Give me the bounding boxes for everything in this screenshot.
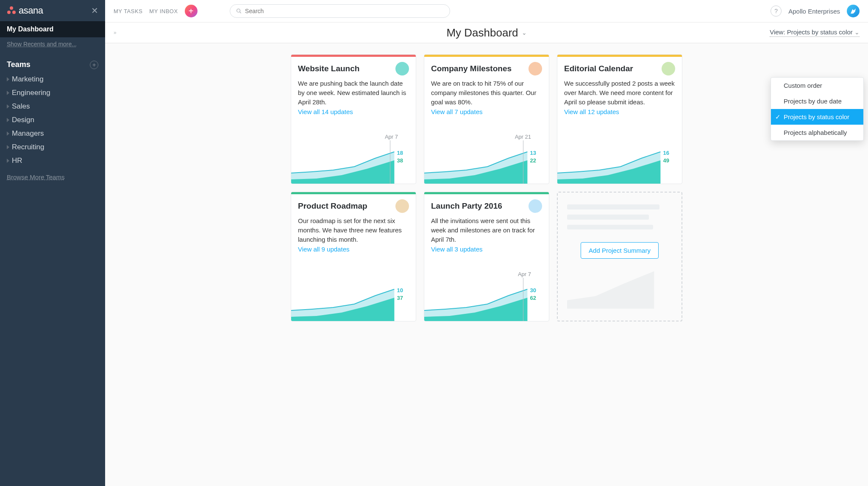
owner-avatar[interactable] bbox=[395, 62, 409, 75]
cards-grid: Website LaunchWe are pushing back the la… bbox=[120, 54, 853, 321]
chevron-down-icon: ⌄ bbox=[522, 29, 527, 36]
owner-avatar[interactable] bbox=[395, 199, 409, 213]
page-title-text: My Dashboard bbox=[446, 26, 518, 39]
view-updates-link[interactable]: View all 3 updates bbox=[424, 244, 549, 253]
sidebar-item-dashboard[interactable]: My Dashboard bbox=[0, 21, 105, 37]
view-updates-link[interactable]: View all 12 updates bbox=[557, 106, 682, 115]
sidebar-team-item[interactable]: Engineering bbox=[0, 86, 105, 100]
triangle-icon bbox=[7, 77, 9, 81]
card-chart: Apr 71838 bbox=[291, 133, 416, 184]
view-selector-label: View: Projects by status color bbox=[770, 28, 853, 36]
teams-list: MarketingEngineeringSalesDesignManagersR… bbox=[0, 73, 105, 168]
browse-teams-link[interactable]: Browse More Teams bbox=[0, 168, 105, 187]
card-header: Launch Party 2016 bbox=[424, 194, 549, 216]
sidebar-team-item[interactable]: Design bbox=[0, 113, 105, 127]
dropdown-item[interactable]: Projects by status color bbox=[771, 109, 863, 125]
sidebar-team-item[interactable]: Sales bbox=[0, 100, 105, 113]
teams-heading: Teams + bbox=[0, 54, 105, 73]
card-header: Company Milestones bbox=[424, 57, 549, 79]
team-label: HR bbox=[12, 156, 22, 165]
placeholder-line bbox=[567, 204, 659, 209]
card-description: Our roadmap is set for the next six mont… bbox=[291, 216, 416, 244]
card-chart: Apr 211322 bbox=[424, 133, 549, 184]
card-title: Launch Party 2016 bbox=[431, 201, 502, 211]
page-title[interactable]: My Dashboard ⌄ bbox=[446, 26, 526, 39]
chart-marker-line bbox=[390, 140, 390, 184]
chart-value-top: 10 bbox=[397, 287, 403, 293]
show-recents-link[interactable]: Show Recents and more... bbox=[0, 37, 105, 54]
card-chart: 1649 bbox=[557, 133, 682, 184]
card-description: We successfully posted 2 posts a week ov… bbox=[557, 79, 682, 106]
chart-value-top: 30 bbox=[530, 287, 536, 293]
project-card[interactable]: Website LaunchWe are pushing back the la… bbox=[291, 54, 416, 184]
sidebar-team-item[interactable]: Recruiting bbox=[0, 140, 105, 154]
project-card[interactable]: Product RoadmapOur roadmap is set for th… bbox=[291, 192, 416, 321]
sidebar: asana ✕ My Dashboard Show Recents and mo… bbox=[0, 0, 105, 486]
triangle-icon bbox=[7, 131, 9, 136]
add-project-button[interactable]: Add Project Summary bbox=[581, 242, 659, 259]
project-card[interactable]: Editorial CalendarWe successfully posted… bbox=[557, 54, 682, 184]
owner-avatar[interactable] bbox=[529, 62, 542, 75]
project-card[interactable]: Launch Party 2016All the invitations wer… bbox=[424, 192, 549, 321]
chart-marker-line bbox=[523, 278, 523, 321]
svg-point-1 bbox=[7, 11, 11, 14]
chart-value-bot: 49 bbox=[663, 157, 669, 164]
card-header: Editorial Calendar bbox=[557, 57, 682, 79]
dropdown-item[interactable]: Custom order bbox=[771, 78, 863, 93]
team-label: Recruiting bbox=[12, 143, 45, 151]
sidebar-team-item[interactable]: HR bbox=[0, 154, 105, 168]
sidebar-team-item[interactable]: Marketing bbox=[0, 73, 105, 86]
chart-value-bot: 22 bbox=[530, 157, 536, 164]
view-updates-link[interactable]: View all 14 updates bbox=[291, 106, 416, 115]
sidebar-header: asana ✕ bbox=[0, 0, 105, 21]
chart-value-bot: 62 bbox=[530, 295, 536, 301]
chevron-down-icon: ⌄ bbox=[854, 29, 860, 36]
card-header: Website Launch bbox=[291, 57, 416, 79]
expand-icon[interactable]: » bbox=[114, 30, 117, 36]
chart-date-label: Apr 21 bbox=[515, 134, 531, 140]
owner-avatar[interactable] bbox=[662, 62, 675, 75]
add-project-placeholder: Add Project Summary bbox=[557, 192, 682, 321]
card-description: All the invitations were sent out this w… bbox=[424, 216, 549, 244]
view-selector[interactable]: View: Projects by status color ⌄ bbox=[770, 28, 860, 37]
placeholder-line bbox=[567, 225, 653, 230]
user-avatar[interactable] bbox=[847, 5, 860, 17]
chart-marker-line bbox=[523, 140, 523, 184]
nav-my-inbox[interactable]: MY INBOX bbox=[149, 8, 178, 14]
chart-value-top: 16 bbox=[663, 150, 669, 156]
triangle-icon bbox=[7, 104, 9, 109]
chart-value-top: 18 bbox=[397, 150, 403, 156]
team-label: Engineering bbox=[12, 89, 50, 97]
nav-my-tasks[interactable]: MY TASKS bbox=[114, 8, 142, 14]
view-updates-link[interactable]: View all 7 updates bbox=[424, 106, 549, 115]
card-chart: 1037 bbox=[291, 270, 416, 321]
view-updates-link[interactable]: View all 9 updates bbox=[291, 244, 416, 253]
search-input[interactable] bbox=[245, 8, 444, 14]
card-title: Editorial Calendar bbox=[564, 64, 633, 73]
add-team-button[interactable]: + bbox=[90, 61, 98, 69]
title-row: » My Dashboard ⌄ View: Projects by statu… bbox=[105, 22, 868, 43]
project-card[interactable]: Company MilestonesWe are on track to hit… bbox=[424, 54, 549, 184]
svg-point-0 bbox=[10, 6, 13, 10]
close-icon[interactable]: ✕ bbox=[91, 6, 98, 16]
org-name[interactable]: Apollo Enterprises bbox=[788, 8, 840, 15]
dropdown-item[interactable]: Projects by due date bbox=[771, 93, 863, 109]
sidebar-team-item[interactable]: Managers bbox=[0, 127, 105, 140]
owner-avatar[interactable] bbox=[529, 199, 542, 213]
logo[interactable]: asana bbox=[7, 5, 43, 16]
chart-value-bot: 37 bbox=[397, 295, 403, 301]
help-button[interactable]: ? bbox=[771, 6, 782, 17]
card-title: Website Launch bbox=[298, 64, 359, 73]
brand-name: asana bbox=[19, 5, 43, 16]
logo-icon bbox=[7, 6, 16, 15]
placeholder-chart bbox=[567, 259, 672, 309]
dropdown-item[interactable]: Projects alphabetically bbox=[771, 125, 863, 140]
team-label: Design bbox=[12, 116, 34, 124]
search-box[interactable] bbox=[230, 4, 450, 18]
card-description: We are on track to hit 75% of our compan… bbox=[424, 79, 549, 106]
chart-date-label: Apr 7 bbox=[518, 271, 531, 277]
search-icon bbox=[236, 8, 242, 14]
view-dropdown: Custom orderProjects by due dateProjects… bbox=[771, 77, 864, 141]
add-button[interactable]: + bbox=[185, 5, 198, 17]
card-header: Product Roadmap bbox=[291, 194, 416, 216]
